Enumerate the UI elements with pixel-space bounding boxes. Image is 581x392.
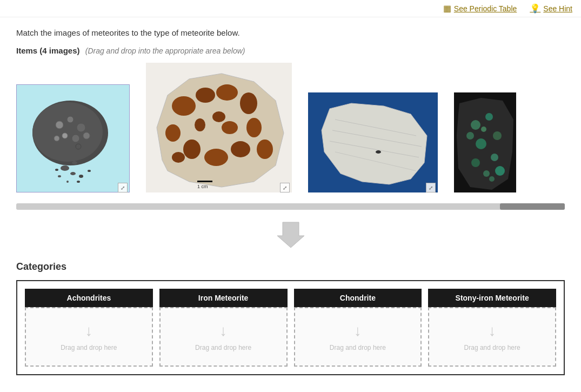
drop-arrow-stony-iron: ↓ [489, 322, 496, 340]
svg-point-27 [231, 141, 250, 157]
drop-label-chondrite: Drag and drop here [330, 344, 386, 351]
top-bar: ▦ See Periodic Table 💡 See Hint [0, 0, 581, 17]
svg-point-14 [58, 175, 61, 177]
meteorite-svg-2: 1 cm [146, 63, 292, 192]
svg-point-13 [79, 175, 83, 178]
svg-point-6 [62, 133, 68, 138]
svg-point-56 [481, 127, 486, 132]
svg-point-18 [72, 161, 77, 164]
svg-point-57 [489, 176, 495, 182]
svg-point-30 [165, 124, 181, 142]
svg-point-3 [56, 121, 63, 129]
periodic-table-icon: ▦ [443, 3, 451, 14]
meteorite-image-3[interactable]: ⤢ [308, 92, 438, 195]
expand-icon-3[interactable]: ⤢ [426, 183, 436, 192]
scroll-thumb[interactable] [500, 203, 565, 210]
svg-point-49 [493, 131, 502, 140]
categories-container: Achondrites ↓ Drag and drop here Iron Me… [16, 280, 565, 375]
svg-point-12 [70, 172, 76, 175]
hint-icon: 💡 [530, 3, 540, 14]
main-content: Match the images of meteorites to the ty… [0, 17, 581, 210]
svg-point-47 [471, 120, 480, 130]
items-header: Items (4 images) (Drag and drop into the… [16, 46, 565, 55]
drop-label-stony-iron: Drag and drop here [464, 344, 520, 351]
svg-point-35 [212, 111, 225, 122]
meteorite-svg-4 [454, 92, 516, 192]
drop-arrow-achondrites: ↓ [85, 322, 92, 340]
svg-text:1 cm: 1 cm [197, 184, 208, 189]
category-header-achondrites: Achondrites [25, 289, 153, 307]
drop-zone-stony-iron[interactable]: ↓ Drag and drop here [428, 307, 556, 367]
category-header-chondrite: Chondrite [294, 289, 422, 307]
svg-point-34 [257, 139, 273, 159]
svg-point-26 [246, 118, 262, 137]
drop-label-achondrites: Drag and drop here [61, 344, 117, 351]
meteorite-image-2[interactable]: 1 cm ⤢ [146, 63, 292, 195]
svg-point-7 [72, 135, 79, 142]
svg-point-51 [491, 154, 498, 161]
svg-point-15 [88, 170, 91, 172]
categories-title: Categories [16, 261, 565, 273]
categories-section: Categories Achondrites ↓ Drag and drop h… [0, 261, 581, 386]
svg-point-29 [183, 139, 201, 159]
periodic-table-link[interactable]: ▦ See Periodic Table [443, 3, 517, 14]
category-header-iron: Iron Meteorite [159, 289, 288, 307]
periodic-table-label: See Periodic Table [454, 4, 517, 13]
svg-point-31 [172, 152, 185, 163]
meteorite-svg-3 [308, 92, 438, 192]
drop-zone-iron[interactable]: ↓ Drag and drop here [159, 307, 288, 367]
drop-zone-chondrite[interactable]: ↓ Drag and drop here [294, 307, 422, 367]
expand-icon-1[interactable]: ⤢ [118, 183, 128, 192]
drop-arrow-chondrite: ↓ [354, 322, 362, 340]
svg-point-28 [204, 149, 228, 166]
meteorite-image-4[interactable] [454, 92, 516, 195]
svg-point-53 [483, 170, 490, 177]
svg-point-9 [83, 132, 90, 139]
svg-point-54 [495, 166, 505, 176]
svg-point-23 [196, 88, 215, 103]
items-subtitle: (Drag and drop into the appropriate area… [85, 46, 245, 55]
drop-zone-achondrites[interactable]: ↓ Drag and drop here [25, 307, 153, 367]
meteorite-image-1[interactable]: ⤢ [16, 84, 130, 195]
down-arrow-icon [277, 220, 304, 249]
hint-link[interactable]: 💡 See Hint [530, 3, 572, 14]
category-achondrites: Achondrites ↓ Drag and drop here [25, 289, 153, 367]
svg-point-55 [466, 132, 474, 139]
svg-point-50 [476, 138, 486, 149]
svg-point-48 [485, 113, 493, 121]
svg-point-52 [471, 158, 480, 167]
images-row: ⤢ [16, 63, 565, 195]
svg-rect-36 [197, 181, 212, 182]
down-arrow-section [0, 210, 581, 261]
svg-point-19 [55, 169, 58, 171]
svg-point-33 [195, 118, 205, 131]
drop-arrow-iron: ↓ [219, 322, 227, 340]
drop-label-iron: Drag and drop here [195, 344, 251, 351]
svg-point-10 [76, 144, 81, 149]
svg-point-2 [32, 102, 103, 162]
svg-point-5 [77, 123, 85, 132]
expand-icon-2[interactable]: ⤢ [280, 183, 290, 192]
hint-label: See Hint [543, 4, 572, 13]
svg-point-8 [54, 136, 59, 141]
svg-marker-58 [277, 222, 304, 248]
meteorite-svg-1 [16, 84, 130, 192]
scroll-bar[interactable] [16, 203, 565, 210]
category-header-stony-iron: Stony-iron Meteorite [428, 289, 556, 307]
svg-point-16 [77, 181, 80, 183]
category-stony-iron: Stony-iron Meteorite ↓ Drag and drop her… [428, 289, 556, 367]
svg-point-44 [376, 150, 381, 154]
svg-point-4 [67, 116, 74, 123]
svg-point-24 [216, 84, 238, 101]
category-chondrite: Chondrite ↓ Drag and drop here [294, 289, 422, 367]
instruction-text: Match the images of meteorites to the ty… [16, 28, 565, 37]
svg-point-25 [240, 92, 257, 114]
svg-point-17 [66, 181, 69, 183]
svg-point-22 [172, 96, 196, 116]
category-iron-meteorite: Iron Meteorite ↓ Drag and drop here [159, 289, 288, 367]
svg-point-11 [61, 165, 69, 171]
svg-point-32 [222, 121, 238, 134]
